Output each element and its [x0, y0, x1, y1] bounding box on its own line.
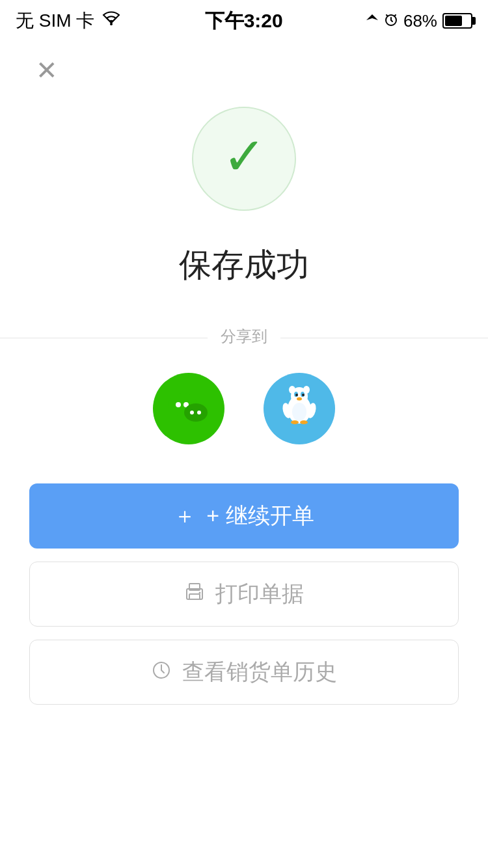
print-icon [184, 582, 205, 606]
svg-point-14 [297, 398, 302, 401]
checkmark-icon: ✓ [223, 131, 266, 183]
battery-icon [442, 13, 472, 29]
print-button[interactable]: 打印单据 [29, 562, 459, 627]
location-icon [366, 11, 379, 31]
history-button[interactable]: 查看销货单历史 [29, 640, 459, 705]
sim-text: 无 SIM 卡 [16, 8, 94, 33]
svg-point-0 [110, 23, 113, 25]
status-time: 下午3:20 [205, 8, 283, 34]
print-label: 打印单据 [215, 579, 304, 609]
svg-point-18 [291, 420, 299, 424]
wechat-icon [167, 390, 211, 427]
svg-point-3 [176, 402, 181, 407]
battery-text: 68% [403, 11, 437, 31]
status-right: 68% [366, 11, 472, 31]
close-icon: ✕ [36, 57, 58, 83]
svg-point-6 [190, 411, 194, 414]
close-button[interactable]: ✕ [29, 52, 65, 88]
share-section: 分享到 [0, 326, 488, 444]
qq-icon [280, 386, 318, 431]
share-icons [153, 373, 335, 444]
continue-label: + 继续开单 [206, 501, 314, 531]
svg-point-19 [300, 420, 308, 424]
share-label: 分享到 [208, 326, 280, 347]
alarm-icon [384, 11, 398, 31]
plus-icon: ＋ [174, 501, 196, 531]
svg-point-25 [199, 591, 201, 593]
wechat-share-button[interactable] [153, 373, 224, 444]
svg-point-12 [295, 394, 298, 396]
status-bar: 无 SIM 卡 下午3:20 68% [0, 0, 488, 42]
main-content: ✓ 保存成功 分享到 [0, 42, 488, 705]
svg-point-7 [197, 411, 201, 414]
svg-point-5 [184, 403, 208, 422]
svg-point-17 [292, 403, 306, 421]
history-icon [151, 660, 172, 685]
action-buttons: ＋ + 继续开单 打印单据 查看销货单历史 [29, 483, 459, 705]
svg-rect-24 [189, 594, 200, 599]
svg-point-21 [303, 386, 310, 394]
success-title: 保存成功 [179, 243, 309, 287]
qq-share-button[interactable] [264, 373, 335, 444]
success-circle: ✓ [192, 107, 296, 211]
history-label: 查看销货单历史 [182, 657, 337, 687]
continue-button[interactable]: ＋ + 继续开单 [29, 483, 459, 549]
wifi-icon [101, 11, 122, 31]
svg-point-13 [302, 394, 305, 396]
svg-point-20 [289, 386, 295, 394]
status-left: 无 SIM 卡 [16, 8, 122, 33]
